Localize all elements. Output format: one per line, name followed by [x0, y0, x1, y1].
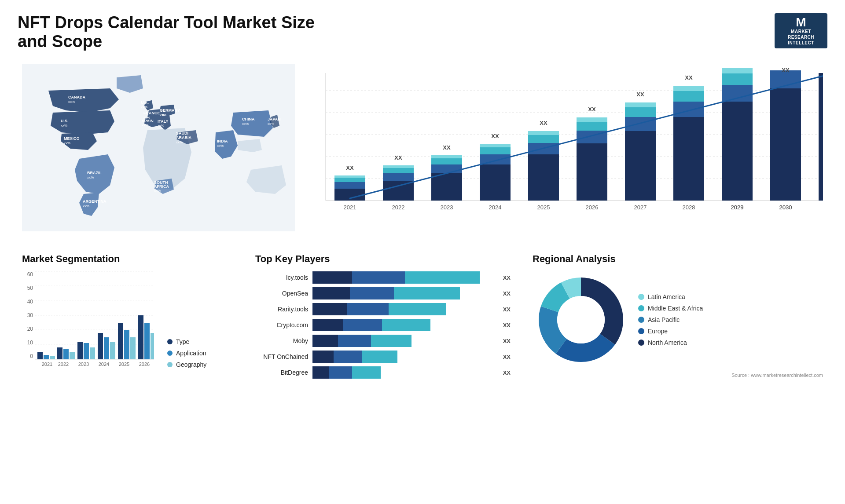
label-north-america: North America: [648, 339, 687, 346]
logo-box: M MARKETRESEARCHINTELLECT: [775, 13, 827, 48]
player-bar: [312, 335, 495, 347]
svg-text:ARGENTINA: ARGENTINA: [83, 199, 107, 204]
svg-text:XX: XX: [443, 144, 451, 151]
bar-seg-3: [389, 303, 446, 315]
dot-middle-east: [638, 305, 644, 311]
label-latin-america: Latin America: [648, 293, 685, 300]
svg-text:MEXICO: MEXICO: [64, 136, 80, 141]
svg-rect-96: [819, 73, 823, 201]
segmentation-chart-svg: 2021 2022 2023 2024: [35, 271, 154, 368]
donut-container: Latin America Middle East & Africa Asia …: [533, 271, 823, 368]
bar-seg-3: [352, 366, 381, 379]
bar-seg-1: [312, 271, 352, 284]
bottom-grid: Market Segmentation 0 10 20 30 40 50 60: [18, 249, 827, 383]
svg-rect-66: [528, 135, 559, 143]
svg-text:2027: 2027: [634, 204, 647, 211]
svg-text:xx%: xx%: [242, 122, 249, 126]
svg-text:2025: 2025: [537, 204, 550, 211]
dot-europe: [638, 328, 644, 334]
legend-dot-geography: [167, 362, 173, 367]
svg-rect-89: [722, 85, 753, 102]
legend-dot-application: [167, 351, 173, 356]
bar-seg-1: [312, 335, 338, 347]
svg-rect-67: [528, 131, 559, 135]
svg-text:SPAIN: SPAIN: [142, 119, 154, 123]
label-europe: Europe: [648, 328, 668, 335]
svg-text:2022: 2022: [58, 362, 69, 367]
svg-text:XX: XX: [394, 154, 402, 161]
logo-text: MARKETRESEARCHINTELLECT: [788, 29, 814, 46]
svg-rect-46: [383, 181, 414, 201]
y-label-20: 20: [22, 326, 33, 332]
svg-text:2024: 2024: [99, 362, 109, 367]
svg-text:BRAZIL: BRAZIL: [87, 171, 102, 175]
svg-text:xx%: xx%: [217, 144, 224, 148]
svg-text:2026: 2026: [139, 362, 150, 367]
svg-rect-61: [480, 144, 511, 147]
svg-rect-76: [625, 131, 656, 201]
y-label-40: 40: [22, 299, 33, 305]
map-section: CANADA xx% U.S. xx% MEXICO xx% BRAZIL xx…: [18, 60, 304, 236]
svg-rect-119: [70, 352, 75, 359]
player-xx: XX: [503, 338, 511, 344]
legend-asia-pacific: Asia Pacific: [638, 316, 703, 323]
svg-rect-47: [383, 173, 414, 181]
player-name: Icy.tools: [255, 274, 308, 281]
svg-rect-125: [98, 333, 103, 359]
svg-text:XX: XX: [782, 67, 790, 73]
legend-geography: Geography: [167, 361, 206, 368]
bar-seg-3: [362, 351, 397, 363]
y-label-50: 50: [22, 285, 33, 291]
svg-rect-53: [431, 164, 462, 173]
y-label-30: 30: [22, 312, 33, 318]
svg-text:xx%: xx%: [83, 204, 89, 208]
svg-text:2028: 2028: [683, 204, 695, 211]
svg-text:INDIA: INDIA: [217, 139, 228, 143]
svg-rect-88: [722, 102, 753, 201]
svg-text:2024: 2024: [489, 204, 502, 211]
bar-seg-2: [350, 287, 394, 299]
svg-text:xx%: xx%: [268, 122, 274, 126]
svg-rect-131: [130, 337, 136, 359]
bar-seg-2: [334, 351, 362, 363]
svg-text:XX: XX: [636, 91, 644, 98]
player-name: NFT OnChained: [255, 353, 308, 360]
bar-seg-1: [312, 319, 343, 331]
svg-text:xx%: xx%: [158, 124, 164, 128]
legend-north-america: North America: [638, 339, 703, 346]
legend-dot-type: [167, 339, 173, 344]
svg-rect-117: [57, 347, 62, 359]
y-label-10: 10: [22, 340, 33, 346]
page-header: NFT Drops Calendar Tool Market Size and …: [18, 13, 827, 51]
bar-seg-2: [352, 271, 405, 284]
dot-asia-pacific: [638, 317, 644, 323]
svg-text:2025: 2025: [119, 362, 129, 367]
svg-text:xx%: xx%: [61, 124, 67, 128]
svg-rect-122: [84, 343, 89, 359]
player-bar: [312, 319, 495, 331]
svg-text:ARABIA: ARABIA: [176, 135, 191, 140]
list-item: Icy.tools XX: [255, 271, 511, 284]
list-item: Moby XX: [255, 335, 511, 347]
donut-chart-svg: [533, 271, 629, 368]
world-map: CANADA xx% U.S. xx% MEXICO xx% BRAZIL xx…: [22, 64, 295, 231]
players-section: Top Key Players Icy.tools XX OpenSea X: [251, 249, 515, 383]
legend-europe: Europe: [638, 328, 703, 335]
bar-seg-2: [347, 303, 389, 315]
svg-rect-130: [124, 330, 129, 359]
svg-text:xx%: xx%: [154, 189, 161, 193]
player-bar: [312, 303, 495, 315]
svg-rect-84: [673, 91, 704, 102]
svg-rect-43: [334, 175, 365, 178]
svg-text:2030: 2030: [779, 204, 792, 211]
player-name: OpenSea: [255, 290, 308, 297]
bar-seg-3: [394, 287, 460, 299]
bar-seg-2: [338, 335, 371, 347]
player-bar: [312, 351, 495, 363]
regional-legend: Latin America Middle East & Africa Asia …: [638, 293, 703, 346]
svg-text:AFRICA: AFRICA: [154, 184, 169, 189]
page-title: NFT Drops Calendar Tool Market Size and …: [18, 13, 326, 51]
svg-rect-85: [673, 86, 704, 91]
svg-rect-134: [144, 323, 150, 359]
svg-rect-113: [37, 352, 43, 359]
